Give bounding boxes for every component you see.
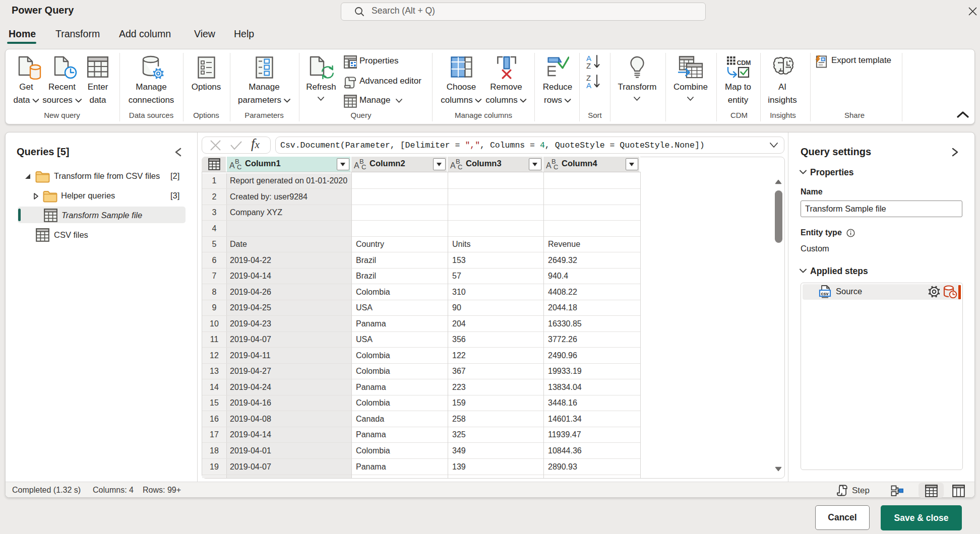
- svg-text:CDM: CDM: [737, 59, 751, 66]
- svg-text:Z: Z: [586, 61, 591, 70]
- svg-text:csv: csv: [821, 291, 829, 296]
- svg-text:A: A: [586, 81, 591, 89]
